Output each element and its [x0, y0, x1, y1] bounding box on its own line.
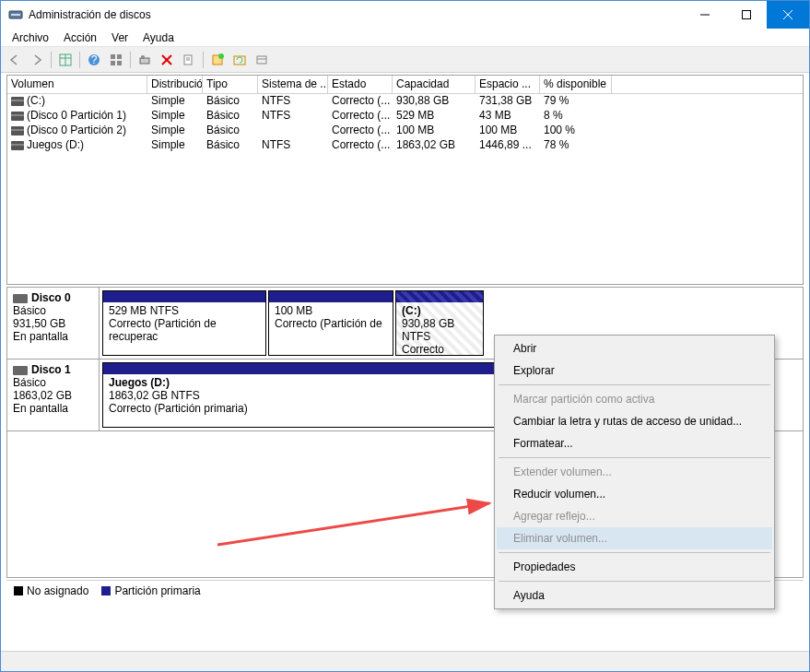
svg-rect-12: [117, 54, 122, 59]
menu-ver[interactable]: Ver: [104, 29, 135, 46]
menu-archivo[interactable]: Archivo: [5, 29, 56, 46]
legend-primary: Partición primaria: [101, 584, 200, 597]
context-menu-item[interactable]: Formatear...: [497, 432, 772, 454]
toolbar: ?: [1, 47, 809, 73]
grid-icon[interactable]: [106, 50, 126, 70]
context-menu-item[interactable]: Ayuda: [497, 584, 772, 607]
forward-button[interactable]: [27, 50, 47, 70]
header-capacidad[interactable]: Capacidad: [393, 76, 475, 93]
drive-icon: [11, 97, 24, 106]
volume-list-panel: Volumen Distribución Tipo Sistema de ...…: [6, 75, 804, 285]
table-row[interactable]: (Disco 0 Partición 1)SimpleBásicoNTFSCor…: [7, 109, 803, 124]
context-menu-item: Marcar partición como activa: [497, 388, 772, 410]
context-menu-item[interactable]: Explorar: [497, 360, 772, 382]
header-volumen[interactable]: Volumen: [7, 76, 147, 93]
menubar: Archivo Acción Ver Ayuda: [1, 29, 809, 47]
table-row[interactable]: (Disco 0 Partición 2)SimpleBásicoCorrect…: [7, 124, 803, 138]
header-tipo[interactable]: Tipo: [203, 76, 258, 93]
delete-icon[interactable]: [157, 50, 177, 70]
partition-box[interactable]: 100 MBCorrecto (Partición de: [268, 290, 393, 356]
header-disponible[interactable]: % disponible: [540, 76, 612, 93]
svg-rect-25: [257, 56, 266, 64]
view-table-icon[interactable]: [55, 50, 76, 70]
maximize-button[interactable]: [725, 1, 767, 29]
context-menu-separator: [499, 581, 770, 582]
partition-box[interactable]: (C:)930,88 GB NTFSCorrecto (Arran: [395, 290, 484, 356]
context-menu: AbrirExplorarMarcar partición como activ…: [494, 335, 775, 609]
context-menu-item[interactable]: Cambiar la letra y rutas de acceso de un…: [497, 410, 772, 432]
partition-box[interactable]: 529 MB NTFSCorrecto (Partición de recupe…: [102, 290, 266, 356]
svg-rect-14: [117, 61, 122, 65]
statusbar: [1, 651, 809, 671]
partition-box[interactable]: Juegos (D:)1863,02 GB NTFSCorrecto (Part…: [102, 362, 495, 428]
context-menu-separator: [499, 457, 770, 458]
drive-icon: [11, 141, 24, 150]
context-menu-item: Agregar reflejo...: [497, 505, 772, 527]
drive-icon: [11, 112, 24, 121]
menu-accion[interactable]: Acción: [56, 29, 104, 46]
titlebar: Administración de discos: [1, 1, 809, 29]
refresh-window-icon[interactable]: [229, 50, 250, 70]
svg-rect-11: [111, 54, 115, 59]
disk-label[interactable]: Disco 1Básico1863,02 GBEn pantalla: [7, 360, 100, 430]
disk-icon: [13, 366, 28, 375]
header-sistema[interactable]: Sistema de ...: [258, 76, 328, 93]
header-estado[interactable]: Estado: [328, 76, 393, 93]
drive-icon: [11, 126, 24, 136]
window-controls: [684, 1, 809, 29]
volume-table-header: Volumen Distribución Tipo Sistema de ...…: [7, 76, 803, 94]
svg-rect-13: [111, 61, 115, 65]
window-title: Administración de discos: [29, 8, 684, 21]
properties-icon[interactable]: [179, 50, 199, 70]
disk-label[interactable]: Disco 0Básico931,50 GBEn pantalla: [7, 288, 100, 359]
table-row[interactable]: Juegos (D:)SimpleBásicoNTFSCorrecto (...…: [7, 138, 803, 153]
context-menu-item[interactable]: Abrir: [497, 337, 772, 360]
context-menu-item: Eliminar volumen...: [497, 527, 772, 549]
action-icon[interactable]: [252, 50, 272, 70]
context-menu-item: Extender volumen...: [497, 461, 772, 483]
close-button[interactable]: [767, 1, 809, 29]
header-espacio[interactable]: Espacio ...: [475, 76, 540, 93]
svg-text:?: ?: [91, 53, 98, 66]
new-icon[interactable]: [207, 50, 228, 70]
process-icon[interactable]: [135, 50, 155, 70]
context-menu-item[interactable]: Reducir volumen...: [497, 483, 772, 505]
back-button[interactable]: [5, 50, 25, 70]
svg-point-23: [218, 53, 224, 59]
svg-point-16: [141, 55, 145, 59]
context-menu-separator: [499, 384, 770, 385]
svg-rect-1: [11, 14, 20, 16]
minimize-button[interactable]: [684, 1, 725, 29]
svg-rect-15: [140, 58, 149, 64]
svg-rect-3: [742, 11, 750, 19]
menu-ayuda[interactable]: Ayuda: [135, 29, 182, 46]
disk-icon: [13, 294, 28, 303]
header-distribucion[interactable]: Distribución: [147, 76, 203, 93]
help-icon[interactable]: ?: [84, 50, 104, 70]
context-menu-item[interactable]: Propiedades: [497, 556, 772, 578]
table-row[interactable]: (C:)SimpleBásicoNTFSCorrecto (...930,88 …: [7, 94, 803, 109]
legend-unassigned: No asignado: [14, 584, 88, 597]
context-menu-separator: [499, 552, 770, 553]
disk-mgmt-icon: [8, 7, 23, 22]
